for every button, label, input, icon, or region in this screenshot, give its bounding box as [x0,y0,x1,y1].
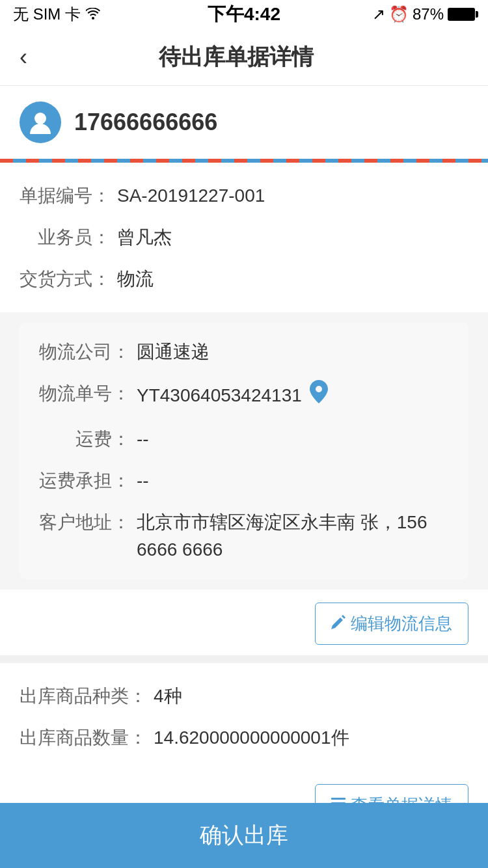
location-status-icon: ↗ [372,5,385,23]
user-avatar [20,102,61,143]
edit-icon [331,614,346,634]
tracking-label: 物流单号： [39,380,130,407]
battery-percent: 87% [413,5,444,23]
freight-bearer-label: 运费承担： [39,467,130,495]
doc-number-label: 单据编号： [20,182,111,210]
status-time: 下午4:42 [208,2,280,27]
status-left: 无 SIM 卡 [13,4,100,25]
freight-bearer-value: -- [130,467,449,495]
nav-title: 待出库单据详情 [40,42,432,72]
user-phone: 17666666666 [74,109,217,136]
logistics-card: 物流公司： 圆通速递 物流单号： YT43064053424131 运费： --… [20,323,468,579]
product-type-label: 出库商品种类： [20,683,147,710]
avatar-icon [27,109,53,135]
tracking-location-icon[interactable] [310,380,328,411]
section-divider [0,655,488,663]
logistics-company-row: 物流公司： 圆通速递 [39,338,449,366]
address-value: 北京市市辖区海淀区永丰南 张，156 6666 6666 [130,509,449,563]
address-label: 客户地址： [39,509,130,536]
edit-button-row: 编辑物流信息 [0,590,488,655]
logistics-company-value: 圆通速递 [130,338,449,366]
document-info-section: 单据编号： SA-20191227-001 业务员： 曾凡杰 交货方式： 物流 [0,163,488,312]
product-quantity-row: 出库商品数量： 14.620000000000001件 [20,724,468,752]
product-quantity-value: 14.620000000000001件 [147,724,468,752]
content-area: 17666666666 单据编号： SA-20191227-001 业务员： 曾… [0,86,488,868]
battery-icon [448,8,475,21]
sales-person-value: 曾凡杰 [111,224,468,251]
doc-number-value: SA-20191227-001 [111,182,468,210]
alarm-icon: ⏰ [389,5,409,23]
freight-label: 运费： [39,426,130,453]
edit-logistics-button[interactable]: 编辑物流信息 [315,603,468,645]
svg-point-0 [34,113,46,124]
sales-person-row: 业务员： 曾凡杰 [20,224,468,251]
confirm-outbound-button[interactable]: 确认出库 [0,803,488,868]
tracking-row: 物流单号： YT43064053424131 [39,380,449,411]
svg-rect-1 [331,798,346,800]
nav-bar: ‹ 待出库单据详情 [0,29,488,86]
logistics-company-label: 物流公司： [39,338,130,366]
edit-logistics-label: 编辑物流信息 [351,612,452,635]
freight-row: 运费： -- [39,426,449,453]
delivery-method-row: 交货方式： 物流 [20,265,468,293]
back-button[interactable]: ‹ [20,44,27,71]
freight-bearer-row: 运费承担： -- [39,467,449,495]
status-bar: 无 SIM 卡 下午4:42 ↗ ⏰ 87% [0,0,488,29]
product-quantity-label: 出库商品数量： [20,724,147,752]
carrier-text: 无 SIM 卡 [13,4,81,25]
sales-person-label: 业务员： [20,224,111,251]
product-section: 出库商品种类： 4种 出库商品数量： 14.620000000000001件 [0,663,488,771]
doc-number-row: 单据编号： SA-20191227-001 [20,182,468,210]
delivery-method-label: 交货方式： [20,265,111,293]
delivery-method-value: 物流 [111,265,468,293]
bottom-bar: 确认出库 [0,803,488,868]
status-right: ↗ ⏰ 87% [372,5,475,23]
freight-value: -- [130,426,449,453]
wifi-icon [86,5,100,23]
tracking-value: YT43064053424131 [130,380,449,411]
user-section: 17666666666 [0,86,488,159]
product-type-value: 4种 [147,683,468,710]
address-row: 客户地址： 北京市市辖区海淀区永丰南 张，156 6666 6666 [39,509,449,563]
product-type-row: 出库商品种类： 4种 [20,683,468,710]
